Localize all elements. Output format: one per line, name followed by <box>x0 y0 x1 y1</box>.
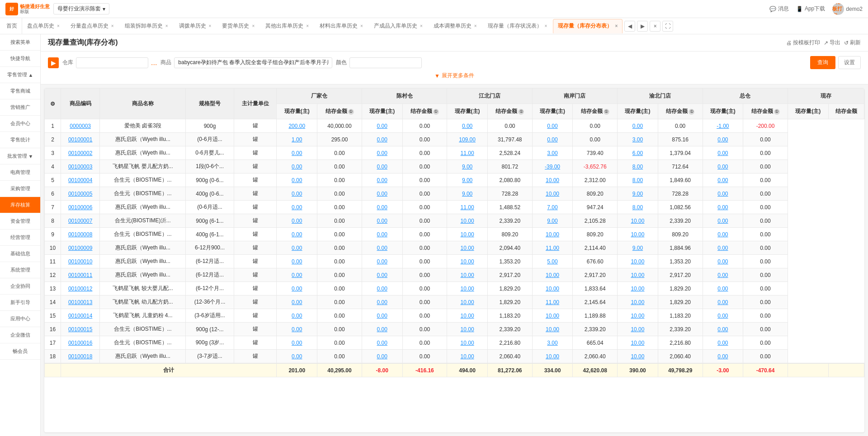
qty-link[interactable]: 10.00 <box>631 353 644 360</box>
sidebar-item-retail-mgmt[interactable]: 零售管理 ▲ <box>0 67 40 83</box>
tab-prev-btn[interactable]: ◀ <box>624 21 635 32</box>
sidebar-item-ecommerce[interactable]: 电商管理 <box>0 164 40 181</box>
qty-link[interactable]: 0.00 <box>717 326 728 333</box>
qty-link[interactable]: 5.00 <box>547 258 557 265</box>
qty-link[interactable]: 10.00 <box>546 177 559 183</box>
sidebar-item-system[interactable]: 系统管理 <box>0 262 40 278</box>
qty-link[interactable]: 0.00 <box>717 136 728 143</box>
qty-link[interactable]: 0.00 <box>717 313 728 319</box>
product-code-link[interactable]: 00100009 <box>68 245 92 251</box>
sidebar-item-inventory[interactable]: 库存核算 <box>0 197 40 213</box>
tab-material-out[interactable]: 材料出库单历史 × <box>315 19 368 33</box>
qty-link[interactable]: 0.00 <box>292 245 302 251</box>
qty-link[interactable]: 0.00 <box>717 164 728 170</box>
qty-link[interactable]: 0.00 <box>717 150 728 156</box>
user-profile[interactable]: 按模板打印 demo2 <box>832 3 863 15</box>
qty-link[interactable]: 0.00 <box>717 191 728 197</box>
expand-conditions-btn[interactable]: ▼ 展开更多条件 <box>434 72 474 80</box>
sidebar-item-wechat[interactable]: 企业微信 <box>0 327 40 343</box>
qty-link[interactable]: 0.00 <box>292 150 302 156</box>
qty-link[interactable]: 0.00 <box>377 204 387 211</box>
tab-expand-btn[interactable]: ⛶ <box>662 21 673 32</box>
toggle-filter-btn[interactable]: ▶ <box>48 57 59 68</box>
qty-link[interactable]: 0.00 <box>717 258 728 265</box>
qty-link[interactable]: 10.00 <box>461 326 474 333</box>
tab-sub-inventory[interactable]: 分量盘点单历史 × <box>66 19 119 33</box>
product-code-link[interactable]: 00100012 <box>68 286 92 292</box>
qty-link[interactable]: 0.00 <box>377 136 387 143</box>
qty-link[interactable]: 0.00 <box>377 286 387 292</box>
export-btn[interactable]: ↗ 导出 <box>824 39 840 47</box>
qty-link[interactable]: 10.00 <box>631 299 644 305</box>
qty-link[interactable]: 8.00 <box>632 204 643 211</box>
product-code-link[interactable]: 00100016 <box>68 340 92 346</box>
sidebar-item-member2[interactable]: 畅会员 <box>0 343 40 360</box>
qty-link[interactable]: 0.00 <box>377 177 387 183</box>
product-input[interactable] <box>174 57 332 68</box>
tab-transfer[interactable]: 调拨单历史 × <box>174 19 217 33</box>
qty-link[interactable]: 0.00 <box>717 353 728 360</box>
qty-link[interactable]: 10.00 <box>461 286 474 292</box>
qty-link[interactable]: 0.00 <box>292 272 302 278</box>
qty-link[interactable]: 0.00 <box>377 191 387 197</box>
sidebar-item-finance[interactable]: 资金管理 <box>0 213 40 230</box>
close-icon[interactable]: × <box>420 23 423 28</box>
qty-link[interactable]: 10.00 <box>546 231 559 238</box>
close-icon[interactable]: × <box>111 23 114 28</box>
qty-link[interactable]: 0.00 <box>377 313 387 319</box>
tab-stock-status[interactable]: 现存量（库存状况表） × <box>483 19 552 33</box>
product-code-link[interactable]: 00100010 <box>68 258 92 265</box>
sidebar-item-wholesale[interactable]: 批发管理 ▼ <box>0 148 40 164</box>
tab-cost-adjust[interactable]: 成本调整单历史 × <box>429 19 482 33</box>
product-code-link[interactable]: 00100013 <box>68 299 92 305</box>
product-code-link[interactable]: 0000003 <box>70 123 91 129</box>
qty-link[interactable]: 10.00 <box>631 326 644 333</box>
qty-link[interactable]: 10.00 <box>461 313 474 319</box>
qty-link[interactable]: 0.00 <box>292 258 302 265</box>
close-icon[interactable]: × <box>360 23 363 28</box>
close-icon[interactable]: × <box>57 23 60 28</box>
qty-link[interactable]: 0.00 <box>377 123 387 129</box>
qty-link[interactable]: 9.00 <box>632 245 643 251</box>
tab-stock-distribution[interactable]: 现存量（库存分布表） × <box>553 19 623 33</box>
settings-btn[interactable]: 设置 <box>838 56 861 69</box>
sidebar-item-retail-stats[interactable]: 零售统计 <box>0 132 40 148</box>
qty-link[interactable]: 0.00 <box>717 218 728 224</box>
info-icon[interactable]: ① <box>604 109 609 115</box>
qty-link[interactable]: 6.00 <box>632 150 643 156</box>
qty-link[interactable]: 0.00 <box>292 177 302 183</box>
qty-link[interactable]: 0.00 <box>292 299 302 305</box>
industry-select[interactable]: 母婴行业演示陈套 ▾ <box>53 3 109 14</box>
qty-link[interactable]: 7.00 <box>547 204 557 211</box>
qty-link[interactable]: 0.00 <box>717 340 728 346</box>
query-btn[interactable]: 查询 <box>810 56 835 69</box>
qty-link[interactable]: 0.00 <box>717 272 728 278</box>
qty-link[interactable]: 1.00 <box>292 136 302 143</box>
message-btn[interactable]: 💬 消息 <box>769 5 789 13</box>
qty-link[interactable]: 0.00 <box>377 272 387 278</box>
qty-link[interactable]: 0.00 <box>292 326 302 333</box>
sidebar-item-search[interactable]: 搜索英单 <box>0 34 40 51</box>
sidebar-item-retail-shop[interactable]: 零售商城 <box>0 83 40 99</box>
qty-link[interactable]: 0.00 <box>292 164 302 170</box>
qty-link[interactable]: 3.00 <box>632 136 643 143</box>
sidebar-item-member[interactable]: 会员中心 <box>0 116 40 132</box>
refresh-btn[interactable]: ↺ 刷新 <box>844 39 861 47</box>
qty-link[interactable]: 0.00 <box>292 218 302 224</box>
qty-link[interactable]: 10.00 <box>631 313 644 319</box>
qty-link[interactable]: 10.00 <box>546 326 559 333</box>
qty-link[interactable]: 200.00 <box>288 123 305 129</box>
sidebar-item-purchase[interactable]: 采购管理 <box>0 181 40 197</box>
product-code-link[interactable]: 00100007 <box>68 218 92 224</box>
qty-link[interactable]: 10.00 <box>546 191 559 197</box>
qty-link[interactable]: 3.00 <box>547 340 557 346</box>
gear-icon[interactable]: ⚙ <box>50 101 55 107</box>
qty-link[interactable]: 0.00 <box>377 150 387 156</box>
product-code-link[interactable]: 00100008 <box>68 231 92 238</box>
color-input[interactable] <box>349 57 422 68</box>
qty-link[interactable]: 10.00 <box>631 272 644 278</box>
tab-home[interactable]: 首页 <box>2 18 22 34</box>
qty-link[interactable]: 0.00 <box>632 123 643 129</box>
qty-link[interactable]: 109.00 <box>459 136 476 143</box>
sidebar-item-enterprise[interactable]: 企业协同 <box>0 278 40 295</box>
